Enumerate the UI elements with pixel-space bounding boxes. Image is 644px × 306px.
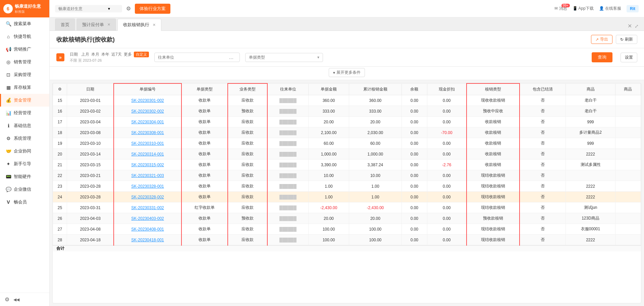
- cell-doc-type: 收款单: [181, 235, 228, 246]
- sidebar-item-guide[interactable]: ✦ 新手引导: [0, 158, 49, 170]
- th-inc-settled[interactable]: 包含已结清: [520, 83, 566, 95]
- app-download[interactable]: 📱 App下载: [573, 6, 594, 11]
- sidebar-item-search[interactable]: 🔍 搜索菜单: [0, 17, 49, 30]
- sidebar-item-finance[interactable]: 💰 资金管理: [0, 94, 49, 107]
- cell-biz-type: 应收款: [228, 235, 267, 246]
- page-title: 收款核销执行(按收款): [56, 36, 115, 48]
- doc-no-link[interactable]: SK-20230301-002: [131, 98, 164, 103]
- sidebar-item-basic[interactable]: ℹ 基础信息: [0, 119, 49, 132]
- th-cash-discount[interactable]: 现金折扣: [427, 83, 466, 95]
- sidebar-item-member[interactable]: V 畅会员: [0, 196, 49, 208]
- th-writeoff-type[interactable]: 核销类型: [467, 83, 520, 95]
- tab-receipt-label: 收款核销执行: [123, 22, 149, 28]
- filter-partner-input[interactable]: 往来单位 ...: [154, 53, 240, 62]
- th-goods2[interactable]: 商品: [615, 83, 641, 95]
- topbar-search-input[interactable]: [58, 6, 105, 11]
- filter-doc-type-dropdown-icon[interactable]: ▾: [317, 55, 319, 60]
- topbar-settings-icon[interactable]: ⚙: [126, 5, 131, 12]
- doc-no-link[interactable]: SK-20230310-001: [131, 141, 164, 146]
- doc-no-link[interactable]: SK-20230308-001: [131, 130, 164, 135]
- sidebar-item-hardware[interactable]: 📟 智能硬件: [0, 170, 49, 183]
- cell-writeoff-type: 收款核销: [467, 149, 520, 160]
- sidebar-item-wechat[interactable]: 💬 企业微信: [0, 183, 49, 196]
- expand-more-button[interactable]: ▾ 展开更多条件: [329, 68, 365, 77]
- notification-area[interactable]: ✉ 消息 99+: [554, 6, 567, 11]
- cell-writeoff-type: 收款核销: [467, 160, 520, 170]
- cell-inc-settled: 否: [520, 170, 566, 181]
- th-biz-type[interactable]: 业务类型: [228, 83, 267, 95]
- cell-inc-settled: 否: [520, 127, 566, 138]
- tab-receipt-writeoff[interactable]: 收款核销执行 ✕: [117, 19, 161, 31]
- filter-doc-type-field[interactable]: [267, 55, 317, 60]
- topbar-dropdown-icon[interactable]: ▾: [108, 6, 110, 11]
- filter-settings-button[interactable]: 设置: [621, 53, 637, 62]
- cell-balance: 0.00: [401, 106, 427, 117]
- collapse-icon[interactable]: ◀◀: [13, 297, 19, 302]
- cell-cash-discount: 0.00: [427, 213, 466, 224]
- filter-date-custom[interactable]: 自定义: [134, 52, 149, 57]
- filter-partner-field[interactable]: [176, 55, 226, 60]
- filter-date-this-year[interactable]: 本年: [101, 52, 109, 57]
- tab-receipt-close-icon[interactable]: ✕: [153, 23, 156, 27]
- sidebar-item-operations[interactable]: 📊 经营管理: [0, 107, 49, 119]
- basic-icon: ℹ: [6, 123, 11, 128]
- doc-no-link[interactable]: SK-20230403-002: [131, 216, 164, 221]
- tab-fullscreen-icon[interactable]: ⤢: [635, 23, 639, 29]
- settings-icon[interactable]: ⚙: [5, 296, 9, 303]
- sidebar-label-search: 搜索菜单: [14, 21, 31, 27]
- tab-close-all-icon[interactable]: ✕: [628, 23, 632, 29]
- filter-doc-type-input[interactable]: 单据类型 ▾: [245, 53, 323, 62]
- export-button[interactable]: ↗ 导出: [591, 35, 612, 44]
- online-service[interactable]: 👤 在线客服: [599, 6, 621, 11]
- filter-toggle-button[interactable]: »: [56, 53, 64, 61]
- th-doc-no[interactable]: 单据编号: [114, 83, 181, 95]
- th-amount[interactable]: 单据金额: [309, 83, 349, 95]
- sidebar-item-sales[interactable]: ◎ 销售管理: [0, 56, 49, 68]
- sidebar-item-marketing[interactable]: 📢 营销推广: [0, 43, 49, 56]
- doc-no-link[interactable]: SK-20230418-001: [131, 238, 164, 242]
- sidebar-item-inventory[interactable]: ▦ 库存核算: [0, 81, 49, 94]
- filter-date-this-month[interactable]: 本月: [91, 52, 99, 57]
- user-avatar[interactable]: Rit: [627, 5, 639, 12]
- filter-partner-dots[interactable]: ...: [226, 54, 236, 60]
- doc-no-link[interactable]: SK-20230304-001: [131, 120, 164, 124]
- sidebar-item-system[interactable]: ⚙ 系统管理: [0, 132, 49, 145]
- doc-no-link[interactable]: SK-20230321-003: [131, 173, 164, 178]
- sidebar-item-enterprise[interactable]: 🤝 企业协同: [0, 145, 49, 158]
- doc-no-link[interactable]: SK-20230408-001: [131, 227, 164, 232]
- doc-no-link[interactable]: SK-20230331-002: [131, 205, 164, 210]
- cell-partner: ██████: [267, 106, 308, 117]
- tab-home[interactable]: 首页: [55, 18, 75, 30]
- th-date[interactable]: 日期: [67, 83, 114, 95]
- topbar-search-area[interactable]: ▾: [55, 5, 122, 12]
- sidebar-item-quick-nav[interactable]: ⌂ 快捷导航: [0, 30, 49, 43]
- th-settings[interactable]: ⚙: [53, 83, 67, 95]
- doc-no-link[interactable]: SK-20230328-001: [131, 184, 164, 189]
- doc-no-link[interactable]: SK-20230302-002: [131, 109, 164, 114]
- tab-pending-payment[interactable]: 预计应付单 ✕: [76, 18, 116, 30]
- th-partner[interactable]: 往来单位: [267, 83, 308, 95]
- filter-date-7days[interactable]: 近7天: [111, 52, 122, 57]
- cell-goods1: 测试多属性: [566, 160, 615, 170]
- solution-button[interactable]: 体验行业方案: [135, 4, 170, 14]
- th-balance[interactable]: 余额: [401, 83, 427, 95]
- refresh-button[interactable]: ↻ 刷新: [616, 35, 637, 44]
- doc-no-link[interactable]: SK-20230328-002: [131, 195, 164, 199]
- cell-date: 2023-03-28: [67, 181, 114, 192]
- cell-rowno: 16: [53, 106, 67, 117]
- doc-no-link[interactable]: SK-20230315-002: [131, 163, 164, 167]
- filter-date-last-month[interactable]: 上月: [81, 52, 89, 57]
- query-button[interactable]: 查询: [592, 52, 612, 62]
- th-acc-writeoff[interactable]: 累计核销金额: [349, 83, 402, 95]
- doc-no-link[interactable]: SK-20230314-001: [131, 152, 164, 157]
- th-doc-type[interactable]: 单据类型: [181, 83, 228, 95]
- cell-acc-writeoff: 1,000.00: [349, 149, 402, 160]
- tab-pending-close-icon[interactable]: ✕: [107, 22, 110, 27]
- cell-amount: 1.00: [309, 181, 349, 192]
- cell-partner: ██████: [267, 235, 308, 246]
- sidebar-item-purchase[interactable]: ⊡ 采购管理: [0, 68, 49, 81]
- th-goods1[interactable]: 商品: [566, 83, 615, 95]
- filter-date-more[interactable]: 更多: [124, 52, 132, 57]
- guide-icon: ✦: [6, 161, 11, 167]
- sidebar-label-system: 系统管理: [14, 135, 31, 141]
